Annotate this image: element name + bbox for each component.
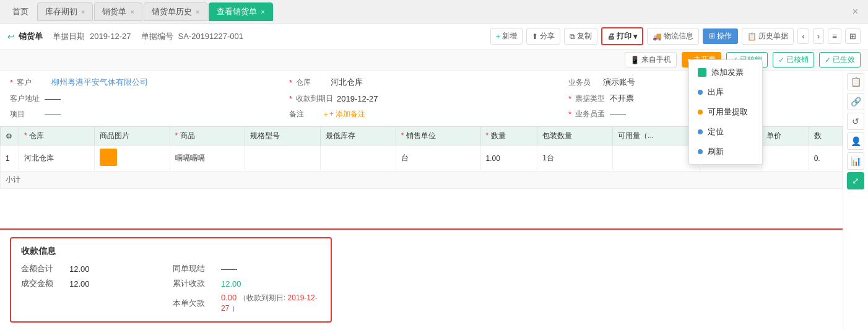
right-icons-panel: 📋 🔗 ↺ 👤 📊 ⤢ xyxy=(843,71,868,330)
row-price xyxy=(761,145,809,172)
right-icon-user[interactable]: 👤 xyxy=(847,132,864,150)
tab-inventory-close[interactable]: × xyxy=(81,8,85,15)
doc-icon: ↩ xyxy=(7,32,15,41)
due-close: ） xyxy=(232,304,239,313)
payment-title: 收款信息 xyxy=(21,246,321,257)
total-value: 12.00 xyxy=(69,264,90,274)
doc-header: ↩ 销货单 单据日期 2019-12-27 单据编号 SA-20191227-0… xyxy=(0,24,868,50)
staff-value: 演示账号 xyxy=(603,77,635,88)
required-star4: * xyxy=(568,94,571,103)
col-price-header: 单价 xyxy=(761,127,809,145)
tab-home[interactable]: 首页 xyxy=(5,2,36,21)
print-label: 打印 xyxy=(617,31,631,41)
close-all-button[interactable]: × xyxy=(848,6,863,17)
tab-view-sales-close[interactable]: × xyxy=(261,8,264,15)
project-value: —— xyxy=(45,110,61,119)
tab-history-close[interactable]: × xyxy=(196,8,199,15)
new-button[interactable]: + 新增 xyxy=(490,28,523,45)
effective-button[interactable]: ✓ 已生效 xyxy=(819,52,861,67)
dropdown-item-locate[interactable]: 定位 xyxy=(689,122,762,142)
col-other-header: 数 xyxy=(809,127,842,145)
sold-icon: ✓ xyxy=(778,56,784,64)
doc-no-label: 单据编号 SA-20191227-001 xyxy=(141,31,244,42)
customer-label: 客户 xyxy=(17,77,48,88)
col-settings-header[interactable]: ⚙ xyxy=(1,127,19,145)
right-icon-chart[interactable]: 📊 xyxy=(847,152,864,170)
payment-info: 收款信息 金额合计 12.00 同单现结 —— 成交金额 12.00 xyxy=(10,237,332,323)
add-invoice-icon xyxy=(698,68,706,77)
customer-value: 柳州粤港平安气体有限公司 xyxy=(51,77,148,88)
ops-icon: ⊞ xyxy=(709,32,715,40)
note-label: 备注 xyxy=(289,109,320,119)
outbound-label: 出库 xyxy=(708,87,724,98)
warehouse-value: 河北仓库 xyxy=(331,77,363,88)
nav-prev-button[interactable]: ‹ xyxy=(797,28,809,44)
col-image-header: 商品图片 xyxy=(94,127,170,145)
new-label: 新增 xyxy=(502,31,517,41)
right-icon-clipboard[interactable]: 📋 xyxy=(847,73,864,90)
deal-value: 12.00 xyxy=(69,279,90,289)
row-unit: 台 xyxy=(396,145,480,172)
sold-button[interactable]: ✓ 已核销 xyxy=(773,52,814,67)
ops-button[interactable]: ⊞ 操作 xyxy=(703,28,738,44)
due-date-label: 收款到期日 xyxy=(296,93,333,104)
total-label: 金额合计 xyxy=(21,263,64,274)
from-phone-label: 来自手机 xyxy=(641,54,671,65)
subtotal-row: 小计 xyxy=(1,172,843,189)
subtotal-label: 小计 xyxy=(1,172,843,189)
tab-history[interactable]: 销货单历史 × xyxy=(144,2,207,21)
dropdown-item-add-invoice[interactable]: 添加发票 xyxy=(689,63,762,82)
outbound-icon xyxy=(698,90,703,95)
addr-row: 客户地址 —— xyxy=(10,93,274,104)
dropdown-item-outbound[interactable]: 出库 xyxy=(689,82,762,102)
locate-icon xyxy=(698,129,703,134)
owed-value: 0.00 （收款到期日: 2019-12-27 ） xyxy=(221,293,321,314)
staff2-value: —— xyxy=(610,110,626,119)
phone-icon: 📱 xyxy=(630,56,640,64)
row-packqty: 1台 xyxy=(537,145,613,172)
required-star2: * xyxy=(289,78,292,87)
effective-icon: ✓ xyxy=(825,56,831,64)
tab-sales[interactable]: 销货单 × xyxy=(94,2,142,21)
ticket-label: 票据类型 xyxy=(575,93,606,104)
col-avail-header: 可用量（... xyxy=(613,127,700,145)
staff2-label: 业务员孟 xyxy=(575,109,606,119)
avail-label: 可用量提取 xyxy=(708,106,748,118)
cumulative-label: 累计收款 xyxy=(173,278,216,289)
tab-view-sales[interactable]: 查看销货单 × xyxy=(209,2,272,21)
right-icon-refresh[interactable]: ↺ xyxy=(847,113,864,130)
due-note: （收款到期日: xyxy=(239,293,288,302)
tab-sales-close[interactable]: × xyxy=(130,8,134,15)
refresh-icon xyxy=(698,149,703,154)
copy-label: 复制 xyxy=(577,31,592,41)
from-phone-button[interactable]: 📱 来自手机 xyxy=(625,52,677,67)
print-button[interactable]: 🖨 打印 ▾ xyxy=(601,27,643,45)
doc-date-label: 单据日期 2019-12-27 xyxy=(53,31,131,42)
payment-cumulative-row: 累计收款 12.00 xyxy=(173,278,321,289)
history-button[interactable]: 📋 历史单据 xyxy=(742,28,794,45)
view-list-button[interactable]: ≡ xyxy=(828,28,841,44)
col-qty-header: * 数量 xyxy=(480,127,537,145)
dropdown-item-refresh[interactable]: 刷新 xyxy=(689,142,762,162)
tab-home-label: 首页 xyxy=(12,6,28,17)
view-grid-button[interactable]: ⊞ xyxy=(845,28,861,44)
due-date-value: 2019-12-27 xyxy=(337,94,378,103)
tab-inventory-label: 库存期初 xyxy=(45,6,77,17)
tab-inventory[interactable]: 库存期初 × xyxy=(37,2,93,21)
print-dropdown-arrow: ▾ xyxy=(633,32,637,41)
required-star5: * xyxy=(568,110,571,119)
copy-button[interactable]: ⧉ 复制 xyxy=(564,28,597,45)
dropdown-item-avail[interactable]: 可用量提取 xyxy=(689,102,762,122)
deal-label: 成交金额 xyxy=(21,278,64,289)
add-note-button[interactable]: + + 添加备注 xyxy=(324,109,365,119)
row-minstock xyxy=(321,145,396,172)
nav-next-button[interactable]: › xyxy=(813,28,824,44)
ops-dropdown-menu: 添加发票 出库 可用量提取 定位 刷新 xyxy=(688,59,763,165)
logistics-button[interactable]: 🚚 物流信息 xyxy=(647,28,699,45)
right-icon-expand[interactable]: ⤢ xyxy=(847,172,864,189)
right-icon-link[interactable]: 🔗 xyxy=(847,93,864,110)
note-row: 备注 + + 添加备注 xyxy=(289,109,553,119)
share-button[interactable]: ⬆ 分享 xyxy=(526,28,560,45)
add-note-icon: + xyxy=(324,110,328,119)
project-label: 项目 xyxy=(10,109,41,119)
